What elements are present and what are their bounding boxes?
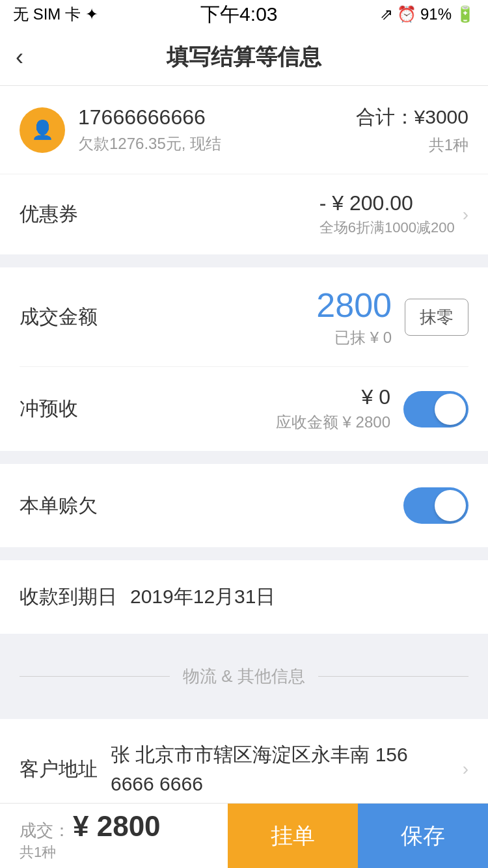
prepaid-value: ¥ 0 [276,385,390,409]
bottom-deal-amount: ¥ 2800 [73,810,161,843]
divider-line-left [20,676,170,677]
prepaid-amount-info: ¥ 0 应收金额 ¥ 2800 [276,385,390,433]
divider-text: 物流 & 其他信息 [183,665,305,688]
deal-amount-row: 成交金额 2800 已抹 ¥ 0 抹零 [20,267,468,367]
page-title: 填写结算等信息 [167,42,321,72]
debt-section: 本单赊欠 [0,464,488,547]
duedate-value: 2019年12月31日 [130,584,275,610]
coupon-chevron-icon: › [463,204,468,225]
address-label: 客户地址 [20,756,98,783]
nav-bar: ‹ 填写结算等信息 [0,29,488,86]
bottom-deal-line: 成交： ¥ 2800 [20,810,208,843]
prepaid-label: 冲预收 [20,396,78,422]
customer-row: 👤 17666666666 欠款1276.35元, 现结 合计：¥3000 共1… [0,86,488,174]
status-bar: 无 SIM 卡 ✦ 下午4:03 ⇗ ⏰ 91% 🔋 [0,0,488,29]
deal-section: 成交金额 2800 已抹 ¥ 0 抹零 冲预收 ¥ 0 应收金额 ¥ 2800 [0,267,488,451]
coupon-desc: 全场6折满1000减200 [319,218,455,237]
battery-text: 91% [420,5,452,23]
address-value: 张 北京市市辖区海淀区永丰南 156 6666 6666 [111,740,450,798]
debt-label: 本单赊欠 [20,493,98,519]
location-icon: ⇗ [380,5,393,23]
prepaid-toggle[interactable] [403,391,468,427]
deal-amount-label: 成交金额 [20,304,98,331]
order-total: 合计：¥3000 [356,104,468,131]
save-button[interactable]: 保存 [358,804,488,869]
customer-info: 17666666666 欠款1276.35元, 现结 [78,105,221,154]
coupon-row[interactable]: 优惠券 - ¥ 200.00 全场6折满1000减200 › [0,174,488,254]
hang-button[interactable]: 挂单 [228,804,358,869]
customer-right: 合计：¥3000 共1种 [356,104,468,156]
customer-debt: 欠款1276.35元, 现结 [78,133,221,154]
prepaid-sub: 应收金额 ¥ 2800 [276,412,390,433]
round-button[interactable]: 抹零 [405,299,468,336]
customer-phone: 17666666666 [78,105,221,129]
back-button[interactable]: ‹ [16,44,23,71]
logistics-divider: 物流 & 其他信息 [0,647,488,706]
bottom-summary: 成交： ¥ 2800 共1种 [0,810,228,862]
coupon-right: - ¥ 200.00 全场6折满1000减200 › [319,191,468,237]
bottom-deal-label: 成交： [20,819,70,842]
coupon-label: 优惠券 [20,201,78,228]
prepaid-right: ¥ 0 应收金额 ¥ 2800 [276,385,468,433]
deal-amount-info: 2800 已抹 ¥ 0 [316,286,392,348]
duedate-label: 收款到期日 [20,584,117,610]
status-time: 下午4:03 [200,1,277,28]
customer-section: 👤 17666666666 欠款1276.35元, 现结 合计：¥3000 共1… [0,86,488,254]
bottom-deal-count: 共1种 [20,843,208,862]
duedate-section: 收款到期日 2019年12月31日 [0,560,488,634]
sim-text: 无 SIM 卡 ✦ [13,4,98,25]
status-left: 无 SIM 卡 ✦ [13,4,98,25]
deal-amount-sub: 已抹 ¥ 0 [316,327,392,348]
status-right: ⇗ ⏰ 91% 🔋 [380,5,475,23]
debt-toggle[interactable] [403,487,468,524]
battery-icon: 🔋 [455,5,475,23]
customer-left: 👤 17666666666 欠款1276.35元, 现结 [20,105,221,154]
deal-amount-value: 2800 [316,286,392,325]
coupon-amount: - ¥ 200.00 [319,191,455,215]
deal-amount-right: 2800 已抹 ¥ 0 抹零 [316,286,468,348]
order-count: 共1种 [356,135,468,156]
prepaid-row: 冲预收 ¥ 0 应收金额 ¥ 2800 [20,367,468,451]
divider-line-right [318,676,468,677]
coupon-info: - ¥ 200.00 全场6折满1000减200 [319,191,455,237]
alarm-icon: ⏰ [397,5,416,23]
address-chevron-icon: › [463,759,468,780]
avatar: 👤 [20,107,65,153]
bottom-bar: 成交： ¥ 2800 共1种 挂单 保存 [0,803,488,868]
